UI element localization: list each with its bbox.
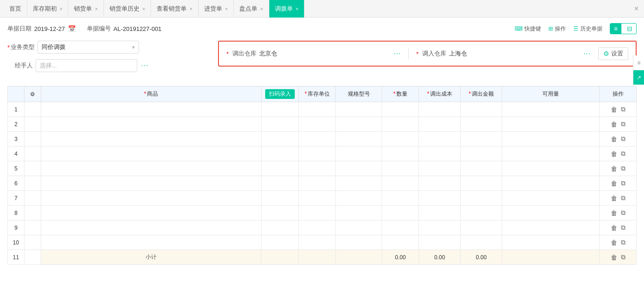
delete-icon[interactable]: 🗑 <box>611 195 617 202</box>
row-cost[interactable] <box>419 146 461 161</box>
row-unit[interactable] <box>299 161 336 176</box>
tab-close-inventory-init[interactable]: × <box>60 6 62 12</box>
delete-icon[interactable]: 🗑 <box>611 224 617 232</box>
settings-button[interactable]: ⚙ 设置 <box>598 47 628 60</box>
layout-grid-button[interactable]: ⊟ <box>623 24 636 34</box>
copy-icon[interactable]: ⧉ <box>621 135 626 143</box>
tab-transfer-order[interactable]: 调拨单 × <box>269 0 304 18</box>
tab-view-sales[interactable]: 查看销货单 × <box>151 0 198 18</box>
window-close-button[interactable]: × <box>634 5 638 13</box>
row-gear[interactable] <box>24 117 41 132</box>
row-spec[interactable] <box>336 235 382 250</box>
row-product[interactable] <box>41 161 261 176</box>
row-unit[interactable] <box>299 206 336 220</box>
scan-button[interactable]: 扫码录入 <box>265 89 295 99</box>
tab-purchase-order[interactable]: 进货单 × <box>199 0 234 18</box>
tab-close-inventory-count[interactable]: × <box>260 6 263 12</box>
tab-close-sales-order[interactable]: × <box>95 6 97 12</box>
row-unit[interactable] <box>299 132 336 146</box>
shortcut-button[interactable]: ⌨ 快捷键 <box>515 25 541 33</box>
row-qty[interactable] <box>382 146 419 161</box>
delete-icon[interactable]: 🗑 <box>611 121 617 128</box>
row-amount[interactable] <box>461 146 502 161</box>
copy-icon[interactable]: ⧉ <box>621 105 626 113</box>
row-amount[interactable] <box>461 132 502 146</box>
tab-inventory-count[interactable]: 盘点单 × <box>234 0 269 18</box>
row-product[interactable] <box>41 235 261 250</box>
row-qty[interactable] <box>382 176 419 191</box>
row-unit[interactable] <box>299 235 336 250</box>
row-unit[interactable] <box>299 191 336 206</box>
row-amount[interactable] <box>461 176 502 191</box>
row-spec[interactable] <box>336 176 382 191</box>
copy-icon[interactable]: ⧉ <box>621 253 626 261</box>
row-cost[interactable] <box>419 220 461 235</box>
tab-sales-history[interactable]: 销货单历史 × <box>104 0 151 18</box>
tab-close-view-sales[interactable]: × <box>189 6 192 12</box>
row-amount[interactable] <box>461 220 502 235</box>
tab-home[interactable]: 首页 <box>4 0 27 18</box>
row-qty[interactable] <box>382 220 419 235</box>
row-qty[interactable] <box>382 117 419 132</box>
calendar-icon[interactable]: 📅 <box>68 25 76 32</box>
delete-icon[interactable]: 🗑 <box>611 150 617 158</box>
copy-icon[interactable]: ⧉ <box>621 120 626 128</box>
row-unit[interactable] <box>299 220 336 235</box>
copy-icon[interactable]: ⧉ <box>621 150 626 158</box>
tab-close-purchase-order[interactable]: × <box>225 6 228 12</box>
delete-icon[interactable]: 🗑 <box>611 209 617 217</box>
row-unit[interactable] <box>299 102 336 117</box>
operations-button[interactable]: ⊞ 操作 <box>548 25 566 33</box>
handler-select[interactable]: 选择... <box>36 59 137 72</box>
row-qty[interactable] <box>382 132 419 146</box>
tab-sales-order[interactable]: 销货单 × <box>68 0 103 18</box>
row-spec[interactable] <box>336 132 382 146</box>
delete-icon[interactable]: 🗑 <box>611 135 617 143</box>
row-amount[interactable] <box>461 102 502 117</box>
row-amount[interactable] <box>461 117 502 132</box>
row-product[interactable] <box>41 132 261 146</box>
row-cost[interactable] <box>419 102 461 117</box>
copy-icon[interactable]: ⧉ <box>621 209 626 217</box>
tab-close-transfer-order[interactable]: × <box>296 6 298 12</box>
row-gear[interactable] <box>24 102 41 117</box>
row-qty[interactable] <box>382 102 419 117</box>
row-cost[interactable] <box>419 176 461 191</box>
row-cost[interactable] <box>419 161 461 176</box>
row-gear[interactable] <box>24 161 41 176</box>
row-amount[interactable] <box>461 235 502 250</box>
row-amount[interactable] <box>461 161 502 176</box>
col-header-gear[interactable]: ⚙ <box>24 86 41 102</box>
sidebar-doc-icon[interactable]: ≡ <box>633 55 644 70</box>
row-product[interactable] <box>41 176 261 191</box>
row-spec[interactable] <box>336 220 382 235</box>
row-amount[interactable] <box>461 191 502 206</box>
sidebar-export-icon[interactable]: ↗ <box>633 70 644 85</box>
delete-icon[interactable]: 🗑 <box>611 165 617 172</box>
copy-icon[interactable]: ⧉ <box>621 194 626 202</box>
row-spec[interactable] <box>336 146 382 161</box>
copy-icon[interactable]: ⧉ <box>621 224 626 232</box>
row-spec[interactable] <box>336 191 382 206</box>
row-product[interactable] <box>41 146 261 161</box>
row-spec[interactable] <box>336 102 382 117</box>
row-gear[interactable] <box>24 146 41 161</box>
row-product[interactable] <box>41 220 261 235</box>
delete-icon[interactable]: 🗑 <box>611 254 617 261</box>
row-gear[interactable] <box>24 132 41 146</box>
row-amount[interactable] <box>461 206 502 220</box>
delete-icon[interactable]: 🗑 <box>611 239 617 246</box>
tab-inventory-init[interactable]: 库存期初 × <box>27 0 68 18</box>
row-qty[interactable] <box>382 206 419 220</box>
row-spec[interactable] <box>336 161 382 176</box>
history-button[interactable]: ☰ 历史单据 <box>573 25 602 33</box>
row-gear[interactable] <box>24 191 41 206</box>
row-cost[interactable] <box>419 206 461 220</box>
delete-icon[interactable]: 🗑 <box>611 180 617 187</box>
delete-icon[interactable]: 🗑 <box>611 106 617 113</box>
handler-more-icon[interactable]: ··· <box>141 61 148 70</box>
row-qty[interactable] <box>382 161 419 176</box>
layout-list-button[interactable]: ≡ <box>610 24 621 34</box>
warehouse-out-more-icon[interactable]: ··· <box>394 49 401 58</box>
row-product[interactable] <box>41 191 261 206</box>
